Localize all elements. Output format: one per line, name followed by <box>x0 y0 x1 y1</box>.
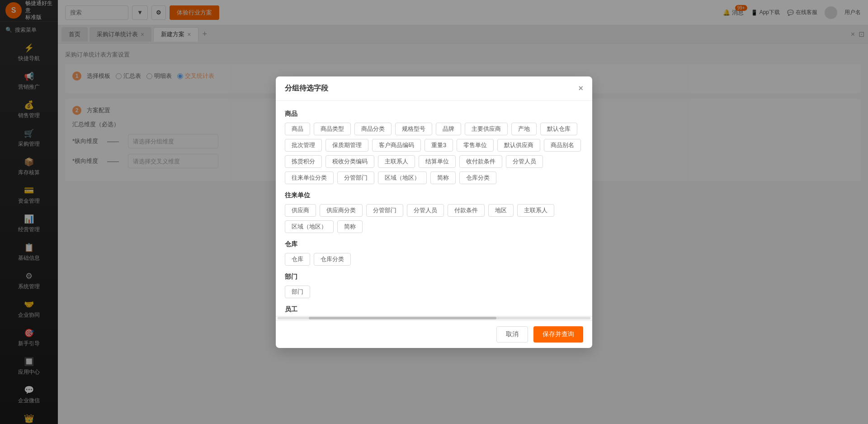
field-tag-区域（地区）[interactable]: 区域（地区） <box>285 220 334 233</box>
field-tag-重量3[interactable]: 重量3 <box>425 139 453 152</box>
field-tag-商品类型[interactable]: 商品类型 <box>314 123 351 135</box>
dialog-title: 分组待选字段 <box>285 84 328 93</box>
dialog-body: 商品商品商品类型商品分类规格型号品牌主要供应商产地默认仓库批次管理保质期管理客户… <box>276 101 592 316</box>
field-tag-分管部门[interactable]: 分管部门 <box>337 172 374 184</box>
dialog-footer: 取消 保存并查询 <box>276 320 592 348</box>
field-tag-商品分类[interactable]: 商品分类 <box>354 123 392 135</box>
field-tag-商品别名[interactable]: 商品别名 <box>544 139 581 152</box>
page-content: 采购订单统计表方案设置 1 选择模板 汇总表 明细表 交叉统计表 <box>58 43 868 424</box>
field-tag-主联系人[interactable]: 主联系人 <box>378 155 415 168</box>
field-grid-department: 部门 <box>285 286 583 298</box>
field-tag-零售单位[interactable]: 零售单位 <box>457 139 494 152</box>
field-tag-结算单位[interactable]: 结算单位 <box>419 155 456 168</box>
field-tag-仓库分类[interactable]: 仓库分类 <box>314 253 351 266</box>
section-title-employee: 员工 <box>285 305 583 314</box>
field-tag-仓库分类[interactable]: 仓库分类 <box>459 172 496 184</box>
field-tag-拣货积分[interactable]: 拣货积分 <box>285 155 322 168</box>
dialog-header: 分组待选字段 × <box>276 76 592 101</box>
field-tag-收付款条件[interactable]: 收付款条件 <box>459 155 502 168</box>
dialog-hscrollbar[interactable] <box>276 316 592 320</box>
field-tag-默认供应商[interactable]: 默认供应商 <box>497 139 540 152</box>
field-tag-批次管理[interactable]: 批次管理 <box>285 139 322 152</box>
field-tag-规格型号[interactable]: 规格型号 <box>395 123 432 135</box>
section-title-warehouse: 仓库 <box>285 240 583 248</box>
field-tag-保质期管理[interactable]: 保质期管理 <box>326 139 368 152</box>
field-tag-客户商品编码[interactable]: 客户商品编码 <box>372 139 421 152</box>
field-select-dialog: 分组待选字段 × 商品商品商品类型商品分类规格型号品牌主要供应商产地默认仓库批次… <box>276 76 592 348</box>
field-tag-产地[interactable]: 产地 <box>511 123 537 135</box>
section-title-department: 部门 <box>285 273 583 281</box>
field-tag-默认仓库[interactable]: 默认仓库 <box>540 123 577 135</box>
field-tag-主联系人[interactable]: 主联系人 <box>517 204 554 217</box>
field-tag-付款条件[interactable]: 付款条件 <box>448 204 485 217</box>
field-tag-税收分类编码[interactable]: 税收分类编码 <box>326 155 374 168</box>
field-grid-partner: 供应商供应商分类分管部门分管人员付款条件地区主联系人区域（地区）简称 <box>285 204 583 233</box>
field-tag-地区[interactable]: 地区 <box>488 204 514 217</box>
section-title-goods: 商品 <box>285 110 583 118</box>
field-tag-区域（地区）[interactable]: 区域（地区） <box>378 172 427 184</box>
field-grid-warehouse: 仓库仓库分类 <box>285 253 583 266</box>
field-tag-商品[interactable]: 商品 <box>285 123 310 135</box>
field-tag-往来单位分类[interactable]: 往来单位分类 <box>285 172 334 184</box>
dialog-save-button[interactable]: 保存并查询 <box>533 326 583 343</box>
main-area: ▼ ⚙ 体验行业方案 🔔 消息 99+ 📱 App下载 💬 在线客服 用户名 <box>58 0 868 424</box>
field-tag-供应商[interactable]: 供应商 <box>285 204 316 217</box>
field-grid-goods: 商品商品类型商品分类规格型号品牌主要供应商产地默认仓库批次管理保质期管理客户商品… <box>285 123 583 184</box>
dialog-cancel-button[interactable]: 取消 <box>496 326 528 343</box>
field-tag-品牌[interactable]: 品牌 <box>436 123 461 135</box>
field-tag-分管人员[interactable]: 分管人员 <box>506 155 543 168</box>
field-tag-主要供应商[interactable]: 主要供应商 <box>465 123 508 135</box>
section-title-partner: 往来单位 <box>285 191 583 200</box>
field-tag-简称[interactable]: 简称 <box>430 172 456 184</box>
field-tag-分管部门[interactable]: 分管部门 <box>366 204 403 217</box>
field-tag-部门[interactable]: 部门 <box>285 286 310 298</box>
field-tag-简称[interactable]: 简称 <box>337 220 363 233</box>
dialog-backdrop: 分组待选字段 × 商品商品商品类型商品分类规格型号品牌主要供应商产地默认仓库批次… <box>58 43 868 424</box>
dialog-close-button[interactable]: × <box>578 84 583 93</box>
field-tag-供应商分类[interactable]: 供应商分类 <box>320 204 363 217</box>
field-tag-分管人员[interactable]: 分管人员 <box>407 204 444 217</box>
field-tag-仓库[interactable]: 仓库 <box>285 253 310 266</box>
